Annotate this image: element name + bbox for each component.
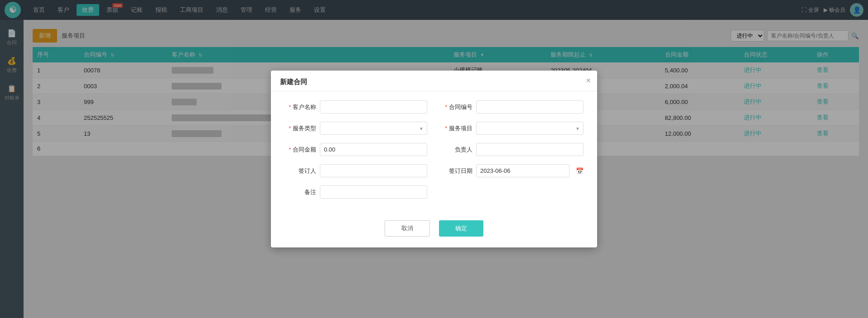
- label-contract-no: 合同编号: [441, 103, 473, 111]
- form-row-1: 客户名称 合同编号: [285, 100, 583, 114]
- field-remark: 备注: [285, 185, 427, 199]
- calendar-icon[interactable]: 📅: [576, 167, 583, 175]
- form-row-4: 签订人 签订日期 📅: [285, 164, 583, 177]
- modal-close-button[interactable]: ×: [586, 76, 591, 85]
- field-sign-date: 签订日期 📅: [441, 164, 583, 177]
- confirm-button[interactable]: 确定: [439, 220, 483, 237]
- input-sign-date[interactable]: [476, 164, 569, 177]
- input-customer-name[interactable]: [320, 100, 427, 114]
- modal-overlay: 新建合同 × 客户名称 合同编号 服务类型: [0, 0, 868, 318]
- select-service-type[interactable]: [320, 122, 427, 135]
- label-service-type: 服务类型: [285, 124, 316, 133]
- field-contract-no: 合同编号: [441, 100, 583, 114]
- input-responsible[interactable]: [476, 143, 583, 156]
- input-contract-amount[interactable]: [320, 143, 427, 156]
- field-customer-name: 客户名称: [285, 100, 427, 114]
- input-signer[interactable]: [320, 164, 427, 177]
- service-type-select-wrap: ▼: [320, 122, 427, 135]
- label-sign-date: 签订日期: [441, 167, 473, 175]
- form-row-2: 服务类型 ▼ 服务项目 ▼: [285, 122, 583, 135]
- select-service-item[interactable]: [476, 122, 583, 135]
- modal-title: 新建合同: [280, 78, 307, 85]
- input-contract-no[interactable]: [476, 100, 583, 114]
- label-service-item: 服务项目: [441, 124, 473, 133]
- service-item-select-wrap: ▼: [476, 122, 583, 135]
- input-remark[interactable]: [320, 185, 427, 199]
- field-service-item: 服务项目 ▼: [441, 122, 583, 135]
- label-customer-name: 客户名称: [285, 103, 316, 111]
- modal-header: 新建合同 ×: [271, 71, 597, 91]
- field-signer: 签订人: [285, 164, 427, 177]
- form-row-5: 备注: [285, 185, 583, 199]
- label-signer: 签订人: [285, 167, 316, 175]
- field-responsible: 负责人: [441, 143, 583, 156]
- form-row-3: 合同金额 负责人: [285, 143, 583, 156]
- label-remark: 备注: [285, 188, 316, 196]
- new-contract-modal: 新建合同 × 客户名称 合同编号 服务类型: [271, 71, 597, 247]
- label-responsible: 负责人: [441, 146, 473, 154]
- modal-footer: 取消 确定: [271, 216, 597, 247]
- field-contract-amount: 合同金额: [285, 143, 427, 156]
- label-contract-amount: 合同金额: [285, 146, 316, 154]
- field-service-type: 服务类型 ▼: [285, 122, 427, 135]
- modal-body: 客户名称 合同编号 服务类型 ▼: [271, 91, 597, 216]
- cancel-button[interactable]: 取消: [385, 220, 430, 237]
